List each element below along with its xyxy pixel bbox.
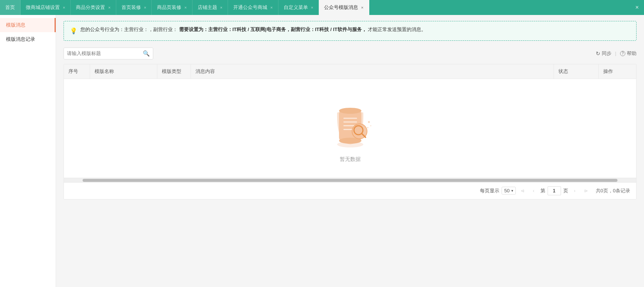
svg-point-2 xyxy=(339,108,361,114)
nav-tab-4[interactable]: 商品页装修× xyxy=(152,0,192,15)
table-header: 序号 模版名称 模版类型 消息内容 状态 操作 xyxy=(64,64,636,79)
page-size-label: 每页显示 xyxy=(480,187,499,194)
page-label: 页 xyxy=(563,187,568,194)
help-label: 帮助 xyxy=(627,50,637,57)
prev-page-button[interactable]: ‹ xyxy=(529,186,538,195)
sync-button[interactable]: ↻ 同步 xyxy=(596,50,611,57)
search-bar: 🔍 ↻ 同步 | ? 帮助 xyxy=(64,48,637,59)
search-input-wrap[interactable]: 🔍 xyxy=(64,48,153,59)
notice-suffix: 才能正常发送预置的消息。 xyxy=(368,27,426,32)
last-page-button[interactable]: ⊳ xyxy=(582,186,591,195)
first-page-button[interactable]: ⊲ xyxy=(518,186,527,195)
tab-close-icon-2[interactable]: × xyxy=(108,5,110,10)
sidebar-item-0[interactable]: 模版消息 xyxy=(0,18,56,32)
nav-tab-7[interactable]: 自定义菜单× xyxy=(278,0,319,15)
main-layout: 模版消息模版消息记录 💡 您的公众号行业为：主营行业：，副营行业： 需要设置为：… xyxy=(0,15,644,287)
nav-tab-8[interactable]: 公众号模版消息× xyxy=(319,0,369,15)
nav-tab-0[interactable]: 首页 xyxy=(0,0,21,15)
nav-tab-2[interactable]: 商品分类设置× xyxy=(71,0,116,15)
data-table: 序号 模版名称 模版类型 消息内容 状态 操作 xyxy=(64,64,637,199)
help-icon: ? xyxy=(620,51,625,56)
nav-tab-1[interactable]: 微商城店铺设置× xyxy=(21,0,71,15)
page-size-select[interactable]: 50 ▾ xyxy=(502,187,515,195)
col-header-status: 状态 xyxy=(554,64,599,79)
nav-tab-3[interactable]: 首页装修× xyxy=(116,0,152,15)
tab-close-icon-5[interactable]: × xyxy=(220,5,222,10)
empty-state: 暂无数据 xyxy=(64,79,636,178)
svg-point-12 xyxy=(370,125,371,126)
bulb-icon: 💡 xyxy=(70,26,77,36)
chevron-down-icon: ▾ xyxy=(511,189,513,193)
divider: | xyxy=(615,51,616,56)
page-total: 共0页，0条记录 xyxy=(596,187,630,194)
col-header-action: 操作 xyxy=(599,64,636,79)
page-size-value: 50 xyxy=(504,188,509,193)
svg-point-11 xyxy=(368,121,370,123)
top-nav: 首页微商城店铺设置×商品分类设置×首页装修×商品页装修×店铺主题×开通公众号商城… xyxy=(0,0,644,15)
horizontal-scrollbar[interactable] xyxy=(64,178,636,182)
nav-tab-6[interactable]: 开通公众号商城× xyxy=(228,0,278,15)
top-actions: ↻ 同步 | ? 帮助 xyxy=(596,50,637,57)
empty-text: 暂无数据 xyxy=(340,156,361,163)
current-page-input[interactable] xyxy=(548,186,561,195)
search-icon[interactable]: 🔍 xyxy=(143,50,150,57)
content-area: 💡 您的公众号行业为：主营行业：，副营行业： 需要设置为：主营行业：IT科技 /… xyxy=(56,15,644,287)
notice-prefix: 您的公众号行业为：主营行业：，副营行业： xyxy=(80,27,178,32)
col-header-type: 模版类型 xyxy=(157,64,191,79)
sidebar: 模版消息模版消息记录 xyxy=(0,15,56,287)
tab-close-icon-6[interactable]: × xyxy=(270,5,272,10)
help-button[interactable]: ? 帮助 xyxy=(620,50,637,57)
scrollbar-thumb[interactable] xyxy=(83,179,617,182)
notice-highlight: 需要设置为：主营行业：IT科技 / 互联网|电子商务，副营行业：IT科技 / I… xyxy=(179,27,367,32)
next-page-button[interactable]: › xyxy=(570,186,579,195)
search-input[interactable] xyxy=(67,51,141,56)
notice-text: 您的公众号行业为：主营行业：，副营行业： 需要设置为：主营行业：IT科技 / 互… xyxy=(80,26,426,34)
sync-icon: ↻ xyxy=(596,51,600,57)
tab-close-icon-4[interactable]: × xyxy=(184,5,187,10)
col-header-index: 序号 xyxy=(64,64,90,79)
tab-close-icon-7[interactable]: × xyxy=(311,5,313,10)
page-prefix: 第 xyxy=(540,187,545,194)
tab-close-icon-8[interactable]: × xyxy=(361,5,363,10)
tab-close-icon-1[interactable]: × xyxy=(63,5,65,10)
sidebar-item-1[interactable]: 模版消息记录 xyxy=(0,32,56,46)
tab-close-icon-3[interactable]: × xyxy=(144,5,146,10)
sync-label: 同步 xyxy=(602,50,611,57)
col-header-content: 消息内容 xyxy=(191,64,554,79)
pagination: 每页显示 50 ▾ ⊲ ‹ 第 页 › ⊳ 共0页，0条记录 xyxy=(64,182,636,199)
close-all-button[interactable]: × xyxy=(630,4,644,11)
notice-box: 💡 您的公众号行业为：主营行业：，副营行业： 需要设置为：主营行业：IT科技 /… xyxy=(64,21,637,41)
empty-illustration xyxy=(326,101,375,150)
svg-point-13 xyxy=(367,127,368,128)
nav-tab-5[interactable]: 店铺主题× xyxy=(192,0,228,15)
col-header-name: 模版名称 xyxy=(90,64,157,79)
